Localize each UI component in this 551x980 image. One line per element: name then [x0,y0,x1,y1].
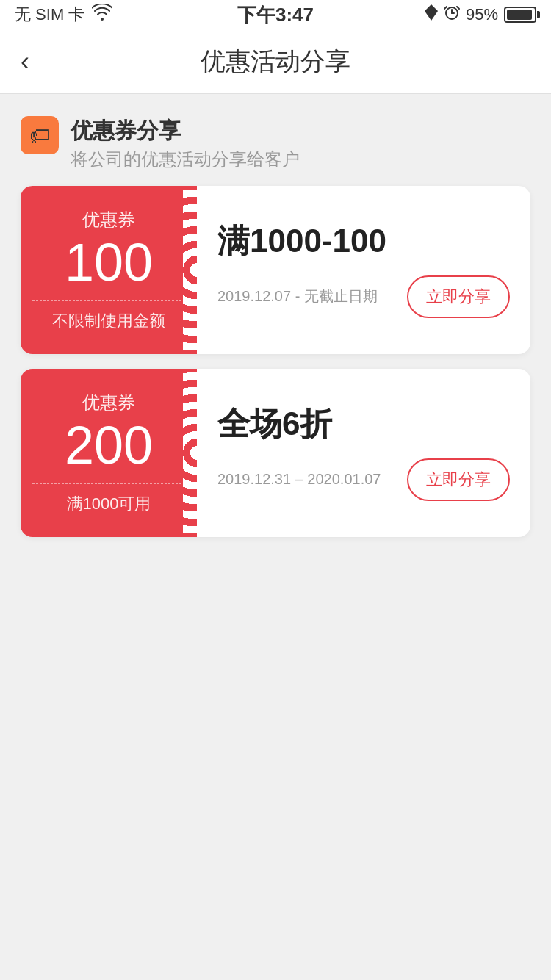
coupon-date-1: 2019.12.07 - 无截止日期 [217,287,398,306]
section-subtitle: 将公司的优惠活动分享给客户 [71,148,300,171]
coupon-amount-1: 100 [65,236,153,289]
back-button[interactable]: ‹ [21,46,29,77]
section-title: 优惠券分享 [71,116,300,145]
coupon-right-2: 全场6折 2019.12.31 – 2020.01.07 立即分享 [197,369,530,537]
location-icon [425,4,438,25]
coupon-right-1: 满1000-100 2019.12.07 - 无截止日期 立即分享 [197,186,530,354]
share-button-1[interactable]: 立即分享 [407,275,510,318]
battery-icon [504,7,536,23]
empty-area [0,537,551,904]
coupon-left-1: 优惠券 100 不限制使用金额 [21,186,197,354]
wifi-icon [92,4,112,25]
alarm-icon [444,4,460,25]
coupon-condition-2: 满1000可用 [67,493,151,515]
carrier-text: 无 SIM 卡 [15,4,84,26]
coupon-label-1: 优惠券 [82,208,135,231]
share-button-2[interactable]: 立即分享 [407,458,510,501]
status-right: 95% [425,4,536,25]
battery-percent: 95% [466,5,498,24]
nav-bar: ‹ 优惠活动分享 [0,29,551,94]
coupon-card-2: 优惠券 200 满1000可用 全场6折 2019.12.31 – 2020.0… [21,369,530,537]
coupon-condition-1: 不限制使用金额 [52,310,165,332]
coupon-footer-1: 2019.12.07 - 无截止日期 立即分享 [217,275,510,318]
coupon-amount-2: 200 [65,419,153,472]
status-time: 下午3:47 [237,2,314,28]
coupon-divider-1 [32,300,185,301]
section-header: 🏷 优惠券分享 将公司的优惠活动分享给客户 [0,94,551,186]
status-left: 无 SIM 卡 [15,4,112,26]
page-title: 优惠活动分享 [201,45,350,79]
coupon-date-2: 2019.12.31 – 2020.01.07 [217,471,398,488]
coupon-divider-2 [32,483,185,484]
coupon-name-1: 满1000-100 [217,222,510,261]
coupon-list: 优惠券 100 不限制使用金额 满1000-100 2019.12.07 - 无… [0,186,551,537]
coupon-label-2: 优惠券 [82,391,135,414]
coupon-section-icon: 🏷 [21,116,59,154]
coupon-footer-2: 2019.12.31 – 2020.01.07 立即分享 [217,458,510,501]
section-text: 优惠券分享 将公司的优惠活动分享给客户 [71,116,300,171]
coupon-name-2: 全场6折 [217,405,510,444]
coupon-left-2: 优惠券 200 满1000可用 [21,369,197,537]
coupon-card-1: 优惠券 100 不限制使用金额 满1000-100 2019.12.07 - 无… [21,186,530,354]
status-bar: 无 SIM 卡 下午3:47 95% [0,0,551,29]
